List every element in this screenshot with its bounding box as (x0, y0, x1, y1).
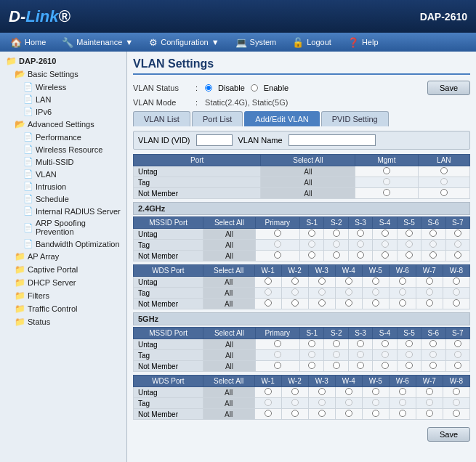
sidebar-group-status[interactable]: 📁 Status (0, 315, 126, 328)
wds5-tag-w8-radio[interactable] (453, 399, 460, 406)
mssid24-untag-s3-radio[interactable] (357, 230, 364, 237)
nav-help[interactable]: ❓ Help (340, 35, 386, 50)
tab-vlan-list[interactable]: VLAN List (133, 111, 190, 126)
mssid24-untag-primary-radio[interactable] (274, 230, 281, 237)
mssid5-tag-s5-radio[interactable] (406, 351, 413, 358)
mssid5-untag-s5-radio[interactable] (406, 340, 413, 347)
nav-maintenance[interactable]: 🔧 Maintenance ▼ (55, 35, 140, 50)
wds5-notmember-w4-radio[interactable] (345, 410, 352, 417)
mssid24-notmember-s3-radio[interactable] (357, 251, 364, 259)
mssid5-tag-s6-radio[interactable] (429, 351, 437, 358)
wds24-tag-w2-radio[interactable] (291, 288, 299, 296)
wds24-tag-w6-radio[interactable] (399, 288, 406, 296)
sidebar-group-captive[interactable]: 📁 Captive Portal (0, 263, 126, 276)
vlan-status-disable-radio[interactable] (205, 84, 212, 92)
sidebar-group-basic[interactable]: 📂 Basic Settings (0, 68, 126, 81)
wds5-untag-w4-radio[interactable] (345, 388, 352, 395)
wds5-untag-w2-radio[interactable] (291, 388, 299, 395)
sidebar-item-performance[interactable]: 📄 Performance (0, 131, 126, 143)
wds24-tag-w3-radio[interactable] (318, 288, 326, 296)
nav-system[interactable]: 💻 System (228, 35, 284, 50)
mssid24-tag-s3-radio[interactable] (357, 240, 364, 248)
nav-logout[interactable]: 🔓 Logout (285, 35, 339, 50)
wds5-notmember-w6-radio[interactable] (399, 410, 406, 417)
mssid24-notmember-s6-radio[interactable] (429, 251, 437, 259)
wds5-notmember-w2-radio[interactable] (291, 410, 299, 417)
sidebar-item-intrusion[interactable]: 📄 Intrusion (0, 180, 126, 192)
wds24-untag-w7-radio[interactable] (426, 277, 433, 285)
mssid5-notmember-primary-radio[interactable] (274, 362, 281, 369)
port-tag-mgmt-radio[interactable] (383, 178, 390, 185)
tab-add-edit-vlan[interactable]: Add/Edit VLAN (244, 111, 319, 126)
sidebar-group-ap-array[interactable]: 📁 AP Array (0, 250, 126, 263)
wds24-notmember-w4-radio[interactable] (345, 299, 352, 307)
mssid5-untag-s4-radio[interactable] (382, 340, 389, 347)
wds5-untag-w5-radio[interactable] (372, 388, 379, 395)
wds24-untag-w6-radio[interactable] (399, 277, 406, 285)
mssid24-untag-s2-radio[interactable] (333, 230, 340, 237)
wds24-untag-w1-radio[interactable] (265, 277, 272, 285)
sidebar-item-radius[interactable]: 📄 Internal RADIUS Server (0, 205, 126, 217)
mssid5-untag-s3-radio[interactable] (357, 340, 364, 347)
wds5-tag-w5-radio[interactable] (372, 399, 379, 406)
nav-configuration[interactable]: ⚙ Configuration ▼ (142, 35, 226, 50)
sidebar-item-schedule[interactable]: 📄 Schedule (0, 192, 126, 205)
sidebar-group-filters[interactable]: 📁 Filters (0, 289, 126, 302)
mssid24-tag-s6-radio[interactable] (429, 240, 437, 248)
wds24-notmember-w6-radio[interactable] (399, 299, 406, 307)
wds24-tag-w5-radio[interactable] (372, 288, 379, 296)
wds24-notmember-w8-radio[interactable] (453, 299, 460, 307)
wds5-tag-w6-radio[interactable] (399, 399, 406, 406)
mssid24-tag-s7-radio[interactable] (454, 240, 461, 248)
sidebar-item-lan[interactable]: 📄 LAN (0, 93, 126, 105)
wds5-untag-w7-radio[interactable] (426, 388, 433, 395)
mssid24-tag-s5-radio[interactable] (406, 240, 413, 248)
vlan-id-input[interactable] (196, 134, 233, 146)
tab-pvid-setting[interactable]: PVID Setting (321, 111, 389, 126)
wds5-notmember-w8-radio[interactable] (453, 410, 460, 417)
wds5-tag-w2-radio[interactable] (291, 399, 299, 406)
wds5-notmember-w5-radio[interactable] (372, 410, 379, 417)
tab-port-list[interactable]: Port List (192, 111, 243, 126)
mssid5-tag-primary-radio[interactable] (274, 351, 281, 358)
mssid5-tag-s2-radio[interactable] (333, 351, 340, 358)
wds5-notmember-w3-radio[interactable] (318, 410, 326, 417)
mssid24-tag-s1-radio[interactable] (308, 240, 315, 248)
sidebar-group-traffic[interactable]: 📁 Traffic Control (0, 302, 126, 315)
vlan-name-input[interactable] (289, 134, 376, 146)
mssid5-notmember-s4-radio[interactable] (382, 362, 389, 369)
mssid5-notmember-s6-radio[interactable] (429, 362, 437, 369)
wds24-notmember-w2-radio[interactable] (291, 299, 299, 307)
sidebar-item-wireless[interactable]: 📄 Wireless (0, 81, 126, 93)
mssid24-tag-primary-radio[interactable] (274, 240, 281, 248)
port-untag-mgmt-radio[interactable] (383, 167, 390, 174)
mssid5-tag-s3-radio[interactable] (357, 351, 364, 358)
wds24-tag-w4-radio[interactable] (345, 288, 352, 296)
sidebar-item-bandwidth[interactable]: 📄 Bandwidth Optimization (0, 238, 126, 250)
mssid5-notmember-s3-radio[interactable] (357, 362, 364, 369)
mssid5-untag-primary-radio[interactable] (274, 340, 281, 347)
sidebar-item-arp[interactable]: 📄 ARP Spoofing Prevention (0, 217, 126, 238)
wds24-untag-w2-radio[interactable] (291, 277, 299, 285)
wds5-notmember-w1-radio[interactable] (265, 410, 272, 417)
wds5-tag-w7-radio[interactable] (426, 399, 433, 406)
sidebar-group-advanced[interactable]: 📂 Advanced Settings (0, 118, 126, 131)
wds24-notmember-w5-radio[interactable] (372, 299, 379, 307)
wds5-notmember-w7-radio[interactable] (426, 410, 433, 417)
wds24-notmember-w1-radio[interactable] (265, 299, 272, 307)
wds5-untag-w3-radio[interactable] (318, 388, 326, 395)
mssid24-untag-s4-radio[interactable] (382, 230, 389, 237)
mssid24-tag-s4-radio[interactable] (382, 240, 389, 248)
wds5-tag-w4-radio[interactable] (345, 399, 352, 406)
wds24-untag-w8-radio[interactable] (453, 277, 460, 285)
sidebar-item-multissid[interactable]: 📄 Multi-SSID (0, 155, 126, 168)
mssid24-notmember-s2-radio[interactable] (333, 251, 340, 259)
mssid24-notmember-s7-radio[interactable] (454, 251, 461, 259)
sidebar-item-vlan[interactable]: 📄 VLAN (0, 168, 126, 180)
wds24-untag-w5-radio[interactable] (372, 277, 379, 285)
port-untag-lan-radio[interactable] (440, 167, 448, 174)
mssid24-untag-s1-radio[interactable] (308, 230, 315, 237)
nav-home[interactable]: 🏠 Home (3, 35, 53, 50)
mssid5-notmember-s7-radio[interactable] (454, 362, 461, 369)
mssid24-notmember-s5-radio[interactable] (406, 251, 413, 259)
